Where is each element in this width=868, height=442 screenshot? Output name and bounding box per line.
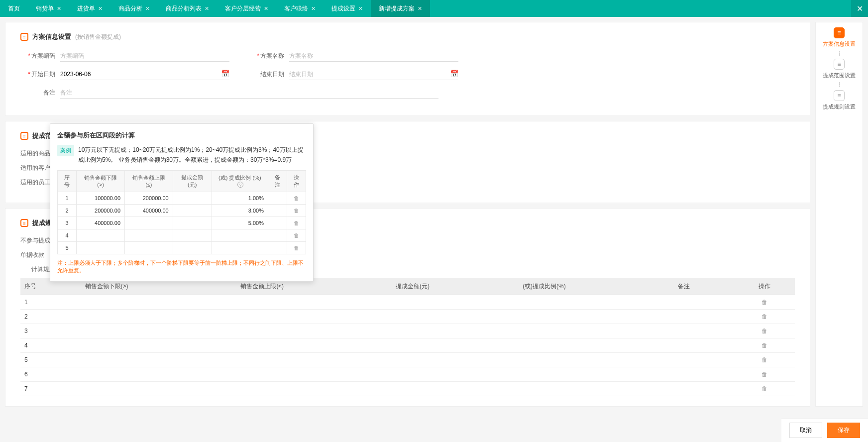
- start-date-input[interactable]: [60, 69, 229, 80]
- close-icon[interactable]: ✕: [264, 0, 268, 17]
- popover-title: 全额参与所在区间段的计算: [57, 131, 306, 140]
- delete-icon[interactable]: 🗑: [294, 232, 299, 238]
- tab-商品分析[interactable]: 商品分析✕: [110, 0, 158, 17]
- delete-icon[interactable]: 🗑: [761, 328, 767, 334]
- step-方案信息设置[interactable]: ≡方案信息设置: [823, 27, 856, 48]
- col-header: 提成金额(元): [392, 278, 519, 295]
- step-icon: ≡: [834, 59, 845, 70]
- tab-新增提成方案[interactable]: 新增提成方案✕: [371, 0, 430, 17]
- delete-icon[interactable]: 🗑: [761, 385, 767, 392]
- panel1-title: 方案信息设置: [32, 32, 71, 41]
- name-label: *方案名称: [249, 52, 284, 60]
- close-icon[interactable]: ✕: [145, 0, 150, 17]
- tab-销货单[interactable]: 销货单✕: [28, 0, 69, 17]
- step-提成规则设置[interactable]: ≡提成规则设置: [823, 90, 856, 110]
- tab-商品分析列表[interactable]: 商品分析列表✕: [158, 0, 217, 17]
- step-nav: ≡方案信息设置≡提成范围设置≡提成规则设置: [815, 22, 863, 407]
- case-tag: 案例: [57, 145, 74, 156]
- table-row[interactable]: 3🗑: [20, 324, 795, 338]
- tab-bar: 首页销货单✕进货单✕商品分析✕商品分析列表✕客户分层经营✕客户联络✕提成设置✕新…: [0, 0, 868, 17]
- col-header: 销售金额上限 (≤): [125, 170, 173, 192]
- table-row: 1100000.00200000.001.00%🗑: [58, 192, 306, 204]
- remark-input[interactable]: [60, 87, 438, 99]
- delete-icon[interactable]: 🗑: [761, 371, 767, 378]
- code-input[interactable]: [60, 50, 229, 62]
- close-icon[interactable]: ✕: [57, 0, 61, 17]
- delete-icon[interactable]: 🗑: [294, 245, 299, 251]
- table-row[interactable]: 2🗑: [20, 309, 795, 324]
- start-label: *开始日期: [20, 70, 55, 79]
- col-header: 操作: [287, 170, 306, 192]
- table-row: 5🗑: [58, 241, 306, 254]
- table-row[interactable]: 6🗑: [20, 367, 795, 381]
- delete-icon[interactable]: 🗑: [761, 313, 767, 320]
- table-row[interactable]: 1🗑: [20, 295, 795, 309]
- remark-label: 备注: [20, 89, 55, 97]
- popover-note: 注：上限必须大于下限；多个阶梯时，下一个阶梯下限要等于前一阶梯上限；不同行之间下…: [57, 259, 306, 274]
- help-icon[interactable]: ?: [237, 182, 243, 188]
- tab-bar-close-button[interactable]: ✕: [851, 0, 868, 17]
- code-label: *方案编码: [20, 52, 55, 60]
- delete-icon[interactable]: 🗑: [294, 195, 299, 201]
- panel-plan-info: ≡ 方案信息设置 (按销售金额提成) *方案编码 *方案名称 *开始日期: [5, 22, 810, 116]
- tab-客户联络[interactable]: 客户联络✕: [276, 0, 324, 17]
- col-header: (或) 提成比例 (%) ?: [212, 170, 268, 192]
- table-row[interactable]: 4🗑: [20, 338, 795, 352]
- calendar-icon[interactable]: 📅: [450, 70, 458, 78]
- close-icon[interactable]: ✕: [311, 0, 316, 17]
- col-header: 提成金额 (元): [173, 170, 212, 192]
- end-label: 结束日期: [249, 70, 284, 79]
- close-icon[interactable]: ✕: [205, 0, 209, 17]
- step-icon: ≡: [834, 90, 845, 101]
- table-row[interactable]: 5🗑: [20, 352, 795, 367]
- table-row[interactable]: 7🗑: [20, 381, 795, 396]
- table-row: 4🗑: [58, 229, 306, 241]
- tooltip-popover: 全额参与所在区间段的计算 案例 10万元以下无提成；10~20万元提成比例为1%…: [50, 123, 314, 282]
- delete-icon[interactable]: 🗑: [294, 208, 299, 214]
- close-icon[interactable]: ✕: [418, 0, 422, 17]
- col-header: 序号: [58, 170, 77, 192]
- case-text: 10万元以下无提成；10~20万元提成比例为1%；20~40万提成比例为3%；4…: [78, 145, 306, 165]
- panel1-sub: (按销售金额提成): [75, 33, 121, 41]
- col-header: 备注: [674, 278, 735, 295]
- panel-icon: ≡: [20, 132, 28, 140]
- example-table: 序号销售金额下限 (>)销售金额上限 (≤)提成金额 (元)(或) 提成比例 (…: [57, 170, 306, 254]
- step-icon: ≡: [834, 27, 845, 38]
- delete-icon[interactable]: 🗑: [761, 299, 767, 306]
- delete-icon[interactable]: 🗑: [761, 356, 767, 363]
- panel-icon: ≡: [20, 219, 28, 227]
- tab-客户分层经营[interactable]: 客户分层经营✕: [217, 0, 276, 17]
- col-header: 备注: [268, 170, 287, 192]
- name-input[interactable]: [289, 50, 458, 62]
- col-header: 销售金额下限 (>): [77, 170, 125, 192]
- col-header: (或)提成比例(%): [519, 278, 674, 295]
- delete-icon[interactable]: 🗑: [294, 220, 299, 226]
- end-date-input[interactable]: [289, 69, 458, 80]
- tier-table: 序号销售金额下限(>)销售金额上限(≤)提成金额(元)(或)提成比例(%)备注操…: [20, 278, 795, 396]
- step-提成范围设置[interactable]: ≡提成范围设置: [823, 59, 856, 79]
- calendar-icon[interactable]: 📅: [221, 70, 229, 78]
- tab-提成设置[interactable]: 提成设置✕: [324, 0, 371, 17]
- tab-首页[interactable]: 首页: [0, 0, 28, 17]
- col-header: 操作: [734, 278, 795, 295]
- table-row: 3400000.005.00%🗑: [58, 217, 306, 229]
- delete-icon[interactable]: 🗑: [761, 342, 767, 349]
- tab-进货单[interactable]: 进货单✕: [69, 0, 110, 17]
- panel-icon: ≡: [20, 33, 28, 41]
- close-icon[interactable]: ✕: [98, 0, 103, 17]
- table-row: 2200000.00400000.003.00%🗑: [58, 204, 306, 217]
- close-icon[interactable]: ✕: [358, 0, 363, 17]
